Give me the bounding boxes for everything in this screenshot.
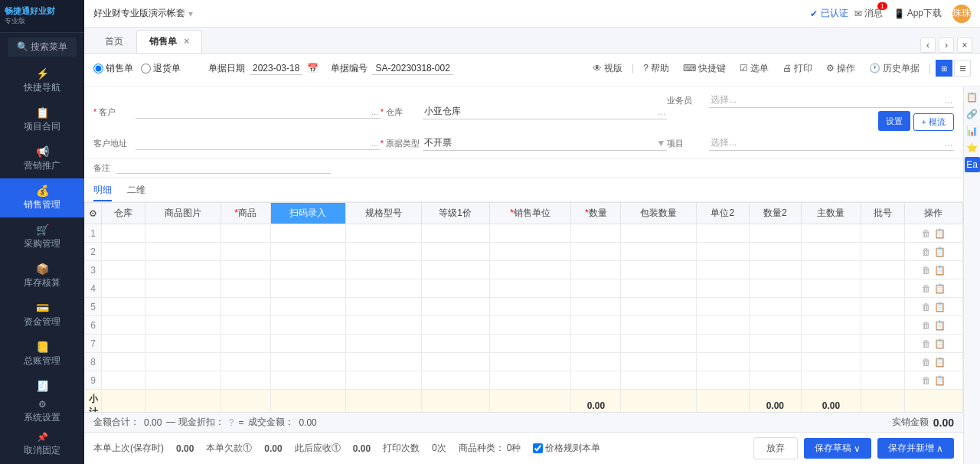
row-cell[interactable] <box>145 371 220 390</box>
row-cell[interactable] <box>220 353 270 371</box>
row-cell[interactable] <box>861 371 904 390</box>
row-cell[interactable] <box>489 279 571 298</box>
row-cell[interactable] <box>802 371 861 390</box>
row-cell[interactable] <box>571 298 621 316</box>
row-cell[interactable] <box>145 316 220 335</box>
row-cell[interactable] <box>220 243 270 261</box>
row-cell[interactable] <box>346 298 421 316</box>
notes-input[interactable] <box>116 162 331 174</box>
doc-num-value[interactable]: SA-20230318-002 <box>372 62 452 75</box>
radio-return[interactable]: 退货单 <box>141 62 181 75</box>
row-cell[interactable] <box>621 261 696 279</box>
row-actions[interactable]: 🗑📋 <box>904 261 962 279</box>
row-copy-icon[interactable]: 📋 <box>934 283 946 294</box>
sidebar-item-quick-nav[interactable]: ⚡ 快捷导航 <box>0 61 84 100</box>
row-cell[interactable] <box>270 353 345 371</box>
set-button[interactable]: 设置 <box>878 111 910 131</box>
sidebar-search[interactable]: 🔍 搜索菜单 <box>8 38 77 57</box>
row-copy-icon[interactable]: 📋 <box>934 247 946 257</box>
row-delete-icon[interactable]: 🗑 <box>922 375 931 386</box>
view-btn[interactable]: 👁 视版 <box>588 60 627 77</box>
row-cell[interactable] <box>802 224 861 243</box>
row-delete-icon[interactable]: 🗑 <box>922 302 931 312</box>
row-cell[interactable] <box>421 316 489 335</box>
calendar-icon[interactable]: 📅 <box>307 63 318 74</box>
row-cell[interactable] <box>749 371 802 390</box>
row-cell[interactable] <box>621 335 696 353</box>
radio-sale-input[interactable] <box>93 64 103 74</box>
row-cell[interactable] <box>145 353 220 371</box>
row-cell[interactable] <box>571 243 621 261</box>
row-cell[interactable] <box>802 261 861 279</box>
row-delete-icon[interactable]: 🗑 <box>922 357 931 368</box>
row-cell[interactable] <box>421 224 489 243</box>
row-copy-icon[interactable]: 📋 <box>934 338 946 349</box>
table-row[interactable]: 4🗑📋 <box>85 279 963 298</box>
table-row[interactable]: 3🗑📋 <box>85 261 963 279</box>
row-cell[interactable] <box>102 353 145 371</box>
row-cell[interactable] <box>270 224 345 243</box>
discard-button[interactable]: 放弃 <box>753 437 798 459</box>
select-btn[interactable]: ☑ 选单 <box>735 60 773 77</box>
row-delete-icon[interactable]: 🗑 <box>922 338 931 349</box>
price-check-label[interactable]: 价格规则本单 <box>533 442 600 455</box>
row-cell[interactable] <box>749 224 802 243</box>
tab-nav-prev[interactable]: ‹ <box>920 38 936 53</box>
row-cell[interactable] <box>421 279 489 298</box>
row-cell[interactable] <box>802 335 861 353</box>
row-cell[interactable] <box>102 279 145 298</box>
warehouse-dots[interactable]: ... <box>658 106 665 117</box>
row-cell[interactable] <box>145 224 220 243</box>
row-cell[interactable] <box>621 371 696 390</box>
tab-home[interactable]: 首页 <box>92 30 136 53</box>
row-copy-icon[interactable]: 📋 <box>934 375 946 386</box>
row-actions[interactable]: 🗑📋 <box>904 316 962 335</box>
row-cell[interactable] <box>749 353 802 371</box>
row-delete-icon[interactable]: 🗑 <box>922 320 931 331</box>
row-cell[interactable] <box>489 261 571 279</box>
row-cell[interactable] <box>145 298 220 316</box>
add-button[interactable]: + 模流 <box>913 113 954 131</box>
row-actions[interactable]: 🗑📋 <box>904 279 962 298</box>
row-cell[interactable] <box>145 243 220 261</box>
row-cell[interactable] <box>346 224 421 243</box>
row-cell[interactable] <box>621 298 696 316</box>
sidebar-item-unpin[interactable]: 📌 取消固定 <box>3 428 81 461</box>
row-actions[interactable]: 🗑📋 <box>904 335 962 353</box>
table-row[interactable]: 5🗑📋 <box>85 298 963 316</box>
salesperson-input[interactable]: 选择... ... <box>709 93 954 108</box>
company-selector[interactable]: 好业财专业版演示帐套 ▾ <box>93 7 804 20</box>
row-delete-icon[interactable]: 🗑 <box>922 265 931 276</box>
row-cell[interactable] <box>489 353 571 371</box>
row-copy-icon[interactable]: 📋 <box>934 228 946 239</box>
invoice-type-arrow[interactable]: ▼ <box>656 138 665 149</box>
row-cell[interactable] <box>270 243 345 261</box>
row-cell[interactable] <box>421 261 489 279</box>
row-cell[interactable] <box>802 279 861 298</box>
customer-dots[interactable]: ... <box>371 106 379 117</box>
row-actions[interactable]: 🗑📋 <box>904 353 962 371</box>
table-row[interactable]: 1🗑📋 <box>85 224 963 243</box>
sidebar-item-purchase[interactable]: 🛒 采购管理 <box>0 217 84 257</box>
row-delete-icon[interactable]: 🗑 <box>922 283 931 294</box>
row-cell[interactable] <box>102 316 145 335</box>
row-cell[interactable] <box>220 224 270 243</box>
row-cell[interactable] <box>571 371 621 390</box>
shortcut-btn[interactable]: ⌨ 快捷键 <box>678 60 730 77</box>
user-avatar[interactable]: 珠珠 <box>952 5 971 23</box>
save-draft-button[interactable]: 保存草稿 ∨ <box>804 438 871 459</box>
row-cell[interactable] <box>220 279 270 298</box>
row-cell[interactable] <box>621 353 696 371</box>
row-cell[interactable] <box>220 316 270 335</box>
row-cell[interactable] <box>861 279 904 298</box>
row-cell[interactable] <box>571 353 621 371</box>
row-cell[interactable] <box>571 279 621 298</box>
row-cell[interactable] <box>102 298 145 316</box>
row-cell[interactable] <box>102 224 145 243</box>
row-cell[interactable] <box>696 353 749 371</box>
sidebar-item-inventory[interactable]: 📦 库存核算 <box>0 257 84 296</box>
rp-icon-4[interactable]: ⭐ <box>965 140 980 155</box>
row-cell[interactable] <box>696 371 749 390</box>
row-cell[interactable] <box>571 261 621 279</box>
invoice-type-select[interactable]: 不开票 ▼ <box>423 136 668 151</box>
